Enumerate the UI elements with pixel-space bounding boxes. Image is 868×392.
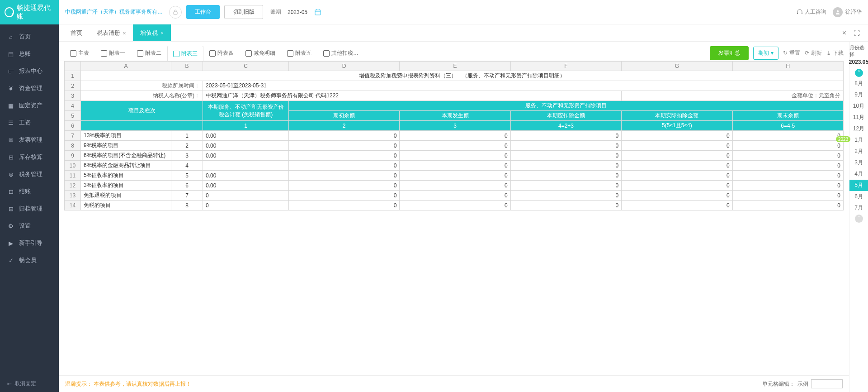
- company-selector[interactable]: 中税网通广泽（天津）税务师事务所有… ▾: [65, 8, 165, 16]
- cell[interactable]: 0: [622, 141, 732, 151]
- cell[interactable]: 0.00: [203, 141, 289, 151]
- cell[interactable]: 0: [622, 131, 732, 141]
- month-next[interactable]: ˅: [855, 215, 863, 223]
- sidebar-item-chart[interactable]: ⫍报表中心: [0, 62, 59, 80]
- cell[interactable]: 0: [400, 201, 510, 210]
- cell[interactable]: 0: [732, 201, 843, 210]
- download-button[interactable]: ⤓ 下载: [826, 49, 844, 57]
- invoice-summary-button[interactable]: 发票汇总: [710, 46, 749, 60]
- month-4月[interactable]: 4月: [849, 168, 868, 180]
- form-tab-附表二[interactable]: 附表二: [131, 45, 167, 61]
- cell[interactable]: 0: [289, 181, 400, 191]
- cell[interactable]: 0: [510, 201, 621, 210]
- month-2月[interactable]: 2月: [849, 146, 868, 157]
- cell[interactable]: 0: [510, 141, 621, 151]
- cell[interactable]: 0: [289, 171, 400, 181]
- item-idx[interactable]: 3: [171, 151, 203, 161]
- cell[interactable]: 0: [400, 141, 510, 151]
- item-idx[interactable]: 1: [171, 131, 203, 141]
- cell[interactable]: 0: [622, 181, 732, 191]
- item-idx[interactable]: 5: [171, 171, 203, 181]
- cell[interactable]: 0: [732, 151, 843, 161]
- item-name[interactable]: 6%税率的项目(不含金融商品转让): [81, 151, 171, 161]
- cell[interactable]: 0: [510, 151, 621, 161]
- month-7月[interactable]: 7月: [849, 202, 868, 214]
- sidebar-item-gear[interactable]: ⚙设置: [0, 217, 59, 234]
- item-name[interactable]: 免抵退税的项目: [81, 191, 171, 201]
- workbench-button[interactable]: 工作台: [186, 5, 220, 19]
- tab-首页[interactable]: 首页: [63, 24, 90, 41]
- tab-税表清册[interactable]: 税表清册×: [90, 24, 133, 41]
- month-5月[interactable]: 5月: [849, 180, 868, 191]
- cell[interactable]: 0: [622, 171, 732, 181]
- consult-link[interactable]: 人工咨询: [797, 8, 826, 16]
- calendar-icon[interactable]: [315, 9, 321, 15]
- sidebar-item-invoice[interactable]: ✉发票管理: [0, 131, 59, 148]
- example-input[interactable]: [811, 379, 843, 388]
- form-tab-附表四[interactable]: 附表四: [203, 45, 240, 61]
- fullscreen-button[interactable]: ⛶: [850, 29, 863, 37]
- tab-close-all[interactable]: ×: [839, 29, 850, 37]
- cell[interactable]: 0: [289, 191, 400, 201]
- cell[interactable]: 0: [732, 191, 843, 201]
- item-name[interactable]: 免税的项目: [81, 201, 171, 210]
- form-tab-其他扣税…[interactable]: 其他扣税…: [317, 45, 364, 61]
- item-name[interactable]: 6%税率的金融商品转让项目: [81, 161, 171, 171]
- month-prev[interactable]: ˄: [855, 69, 863, 77]
- cell[interactable]: 0: [622, 201, 732, 210]
- form-tab-减免明细[interactable]: 减免明细: [240, 45, 281, 61]
- cell[interactable]: 0: [510, 161, 621, 171]
- unpin-button[interactable]: ⇤ 取消固定: [0, 375, 59, 392]
- sidebar-item-money[interactable]: ¥资金管理: [0, 80, 59, 97]
- cell[interactable]: 0: [203, 201, 289, 210]
- cell[interactable]: 0: [289, 141, 400, 151]
- refresh-button[interactable]: ⟳ 刷新: [805, 49, 822, 57]
- item-name[interactable]: 9%税率的项目: [81, 141, 171, 151]
- cell[interactable]: 0: [622, 151, 732, 161]
- cell[interactable]: 0: [732, 161, 843, 171]
- sidebar-item-home[interactable]: ⌂首页: [0, 28, 59, 45]
- cell[interactable]: 0: [510, 131, 621, 141]
- cell[interactable]: 0: [400, 181, 510, 191]
- form-tab-附表三[interactable]: 附表三: [167, 46, 203, 61]
- cell[interactable]: 0: [400, 131, 510, 141]
- form-tab-附表五[interactable]: 附表五: [281, 45, 317, 61]
- month-8月[interactable]: 8月: [849, 78, 868, 89]
- cell[interactable]: 0: [289, 161, 400, 171]
- item-idx[interactable]: 6: [171, 181, 203, 191]
- cell[interactable]: 0: [732, 171, 843, 181]
- cell[interactable]: 0: [622, 161, 732, 171]
- cell[interactable]: 0: [400, 171, 510, 181]
- tab-close-icon[interactable]: ×: [160, 30, 163, 36]
- cell[interactable]: 0.00: [203, 171, 289, 181]
- cell[interactable]: 0.00: [203, 151, 289, 161]
- cell[interactable]: 0: [400, 151, 510, 161]
- item-name[interactable]: 13%税率的项目: [81, 131, 171, 141]
- cell[interactable]: 0: [289, 151, 400, 161]
- cell[interactable]: 0: [203, 191, 289, 201]
- month-9月[interactable]: 9月: [849, 89, 868, 100]
- sidebar-item-stock[interactable]: ⊞库存核算: [0, 148, 59, 166]
- item-name[interactable]: 3%征收率的项目: [81, 181, 171, 191]
- sidebar-item-vip[interactable]: ✓畅会员: [0, 252, 59, 269]
- sidebar-item-asset[interactable]: ▦固定资产: [0, 97, 59, 114]
- month-12月[interactable]: 12月: [849, 123, 868, 134]
- item-idx[interactable]: 2: [171, 141, 203, 151]
- month-3月[interactable]: 3月: [849, 157, 868, 168]
- cell[interactable]: 0.00: [203, 181, 289, 191]
- cell[interactable]: 0: [289, 201, 400, 210]
- month-11月[interactable]: 11月: [849, 112, 868, 123]
- sidebar-item-salary[interactable]: ☰工资: [0, 114, 59, 131]
- item-idx[interactable]: 4: [171, 161, 203, 171]
- cell[interactable]: 0: [400, 161, 510, 171]
- cell[interactable]: 0: [289, 131, 400, 141]
- sidebar-item-guide[interactable]: ▶新手引导: [0, 234, 59, 252]
- user-menu[interactable]: 徐泽华: [833, 7, 862, 17]
- month-6月[interactable]: 6月: [849, 191, 868, 202]
- item-name[interactable]: 5%征收率的项目: [81, 171, 171, 181]
- tab-增值税[interactable]: 增值税×: [133, 24, 170, 41]
- month-1月[interactable]: 1月2023: [849, 134, 868, 146]
- form-tab-附表一[interactable]: 附表一: [95, 45, 131, 61]
- cell[interactable]: 0: [510, 181, 621, 191]
- period-init-select[interactable]: 期初 ▾: [753, 47, 778, 60]
